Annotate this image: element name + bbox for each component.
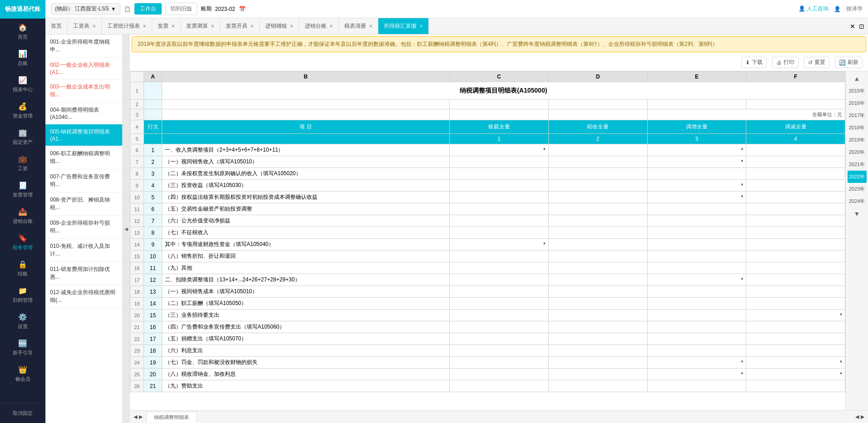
cell-d[interactable] [548,357,647,369]
left-panel-item-003[interactable]: 003-一般企业成本支出明细... [45,79,122,103]
cell-d[interactable] [548,227,647,239]
cell-f[interactable] [746,203,845,215]
scroll-right-icon[interactable]: ▶ [861,414,864,420]
cell-e[interactable] [647,203,746,215]
sidebar-item-invoice[interactable]: 🧾 发票管理 [0,177,45,203]
close-all-icon[interactable]: ✕ [850,23,855,30]
refresh-button[interactable]: 🔄 刷新 [835,57,863,68]
cell-e[interactable] [647,215,746,227]
nav-left-icon[interactable]: ◀ [134,414,137,420]
cell-f[interactable]: * [746,357,845,369]
copy-icon[interactable]: 📋 [124,6,131,12]
scroll-left-icon[interactable]: ◀ [855,414,859,420]
cell-e[interactable] [647,168,746,180]
cell-a2[interactable] [144,100,162,109]
tab-close-purchase-audit[interactable]: ✕ [290,24,293,29]
cell-content[interactable]: （二）未按权责发生制原则确认的收入（填写A105020） [162,168,450,180]
cell-d[interactable] [548,239,647,251]
tab-invoice-calc[interactable]: 发票测算 ✕ [181,18,220,34]
cell-f[interactable] [746,239,845,251]
cell-c[interactable] [450,227,549,239]
left-panel-item-009[interactable]: 009-企业所得税弥补亏损明... [45,216,122,239]
cell-d[interactable] [548,215,647,227]
cell-content[interactable]: （五）交易性金融资产初始投资调整 [162,203,450,215]
cell-e[interactable] [647,298,746,310]
cell-e[interactable] [647,286,746,298]
cell-e[interactable] [647,227,746,239]
cell-e[interactable] [647,333,746,345]
calendar-icon[interactable]: 📅 [239,6,246,12]
sidebar-item-reports[interactable]: 📈 报表中心 [0,71,45,98]
cell-content[interactable]: （九）赞助支出 [162,380,450,392]
cell-c[interactable] [450,380,549,392]
cell-e[interactable] [647,251,746,262]
left-panel-item-007[interactable]: 007-广告费和业务宣传费明... [45,169,122,192]
cell-line[interactable]: 19 [144,357,162,369]
year-item[interactable]: 2021年 [848,158,867,171]
cell-line[interactable]: 4 [144,180,162,192]
cell-line[interactable]: 15 [144,310,162,321]
cell-line[interactable]: 18 [144,345,162,357]
cell-d[interactable] [548,262,647,274]
sidebar-item-guide[interactable]: 🆕 新手引导 [0,334,45,361]
cell-d[interactable] [548,203,647,215]
cell-content[interactable]: （一）视同销售收入（填写A105010） [162,156,450,168]
tab-close-salary[interactable]: ✕ [92,24,96,29]
cell-line[interactable]: 20 [144,369,162,380]
sidebar-item-home[interactable]: 🏠 首页 [0,19,45,45]
tab-salary[interactable]: 工资表 ✕ [68,18,102,34]
cell-line[interactable]: 7 [144,215,162,227]
cell-f[interactable] [746,144,845,156]
cell-d[interactable] [548,369,647,380]
left-panel-item-005[interactable]: 005-纳税调整项目明细表(A1... [45,124,122,146]
cell-c[interactable] [450,369,549,380]
toggle-panel-button[interactable]: ◀ [123,34,130,423]
sidebar-item-salary[interactable]: 💼 工资 [0,150,45,177]
year-nav-down[interactable]: ▼ [848,208,867,219]
cell-d[interactable] [548,144,647,156]
cell-content[interactable]: （三）业务招待要支出 [162,310,450,321]
cell-line[interactable]: 1 [144,144,162,156]
cell-f[interactable] [746,251,845,262]
cell-d[interactable] [548,345,647,357]
cell-content[interactable]: （八）税收滞纳金、加收利息 [162,369,450,380]
year-item[interactable]: 2024年 [848,195,867,207]
switch-version-button[interactable]: 切到旧版 [165,3,197,15]
cell-d[interactable] [548,310,647,321]
sidebar-item-assets[interactable]: 🏢 固定资产 [0,124,45,150]
cell-content[interactable]: （六）公允价值变动净损益 [162,215,450,227]
cell-content[interactable]: （三）投资收益（填写A105030） [162,180,450,192]
cell-line[interactable]: 5 [144,192,162,203]
year-item[interactable]: 2016年 [848,97,867,109]
cell-content[interactable]: （一）视同销售成本（填写A105010） [162,286,450,298]
cell-line[interactable]: 6 [144,203,162,215]
left-panel-item-011[interactable]: 011-研发费用加计扣除优惠... [45,262,122,285]
tab-close-invoice[interactable]: ✕ [171,24,175,29]
cell-content[interactable]: （五）捐赠支出（填写A105070） [162,333,450,345]
sidebar-item-settings[interactable]: ⚙️ 设置 [0,308,45,334]
cell-content[interactable]: （七）罚金、罚款和被没收财物的损失 [162,357,450,369]
cell-e[interactable]: * [647,156,746,168]
cell-line[interactable]: 2 [144,156,162,168]
cell-content[interactable]: 二、扣除类调整项目（13+14+...24+26+27+28+29+30） [162,274,450,286]
cell-content[interactable]: （六）利息支出 [162,345,450,357]
left-panel-item-001[interactable]: 001-企业所得税年度纳税申... [45,34,122,58]
service-button[interactable]: 👤 人工咨询 [799,5,828,13]
cell-f[interactable] [746,262,845,274]
unpin-button[interactable]: 取消固定 [4,407,42,419]
cell-c[interactable] [450,357,549,369]
cell-c[interactable] [450,168,549,180]
left-panel-item-006[interactable]: 006-职工薪酬纳税调整明细... [45,146,122,169]
cell-line[interactable]: 11 [144,262,162,274]
year-item[interactable]: 2022年 [848,171,867,183]
cell-c[interactable]: * [450,144,549,156]
cell-content[interactable]: （四）广告费和业务宣传费支出（填写A105060） [162,321,450,333]
cell-line[interactable]: 16 [144,321,162,333]
cell-f[interactable] [746,380,845,392]
cell-d[interactable] [548,286,647,298]
left-panel-item-010[interactable]: 010-免税、减计收入及加计... [45,239,122,262]
left-panel-item-008[interactable]: 008-资产折旧、摊销及纳税... [45,192,122,216]
year-nav-up[interactable]: ▲ [848,73,867,84]
cell-c[interactable]: * [450,239,549,251]
cell-e[interactable] [647,239,746,251]
